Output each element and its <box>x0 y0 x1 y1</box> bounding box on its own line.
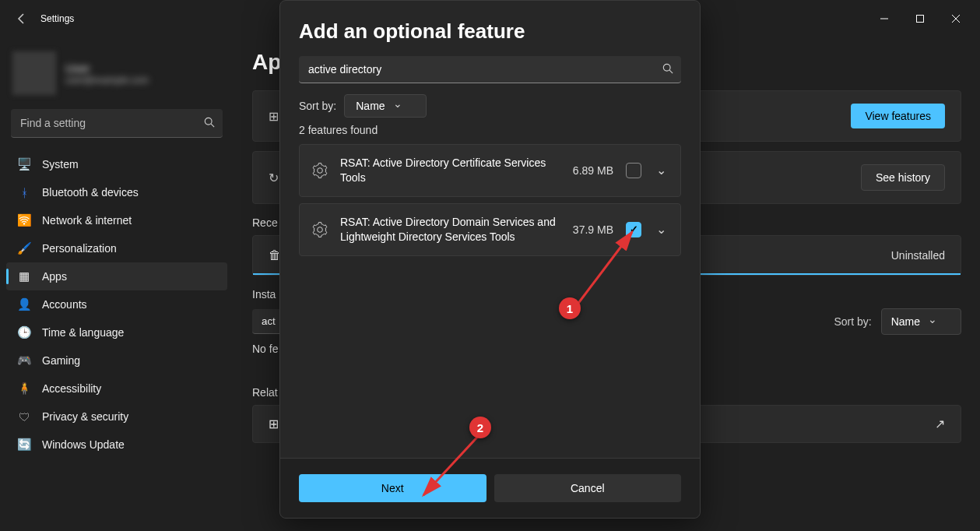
svg-line-7 <box>669 70 673 73</box>
annotation-badge-1: 1 <box>559 297 581 319</box>
feature-search-input[interactable] <box>299 56 681 83</box>
feature-item[interactable]: RSAT: Active Directory Domain Services a… <box>299 203 681 256</box>
chevron-down-icon[interactable]: ⌄ <box>654 222 668 237</box>
modal-overlay: Add an optional feature Sort by: Name 2 … <box>0 0 980 531</box>
feature-item[interactable]: RSAT: Active Directory Certificate Servi… <box>299 144 681 197</box>
gear-icon <box>312 222 328 237</box>
feature-name: RSAT: Active Directory Certificate Servi… <box>340 156 560 185</box>
dialog-title: Add an optional feature <box>299 19 681 44</box>
feature-checkbox[interactable] <box>626 222 641 237</box>
next-button[interactable]: Next <box>299 474 486 502</box>
chevron-down-icon[interactable]: ⌄ <box>654 163 668 178</box>
cancel-button[interactable]: Cancel <box>494 474 682 502</box>
sort-select[interactable]: Name <box>344 94 426 118</box>
feature-checkbox[interactable] <box>626 163 641 178</box>
feature-name: RSAT: Active Directory Domain Services a… <box>340 215 560 244</box>
svg-point-6 <box>663 64 670 71</box>
sort-by-label: Sort by: <box>299 100 336 112</box>
gear-icon <box>312 163 328 178</box>
dialog-footer: Next Cancel <box>280 458 700 518</box>
annotation-badge-2: 2 <box>469 417 491 438</box>
feature-size: 6.89 MB <box>573 164 613 177</box>
add-feature-dialog: Add an optional feature Sort by: Name 2 … <box>279 0 701 519</box>
search-icon <box>662 63 673 77</box>
feature-list: RSAT: Active Directory Certificate Servi… <box>299 144 681 256</box>
features-count: 2 features found <box>299 124 681 136</box>
feature-size: 37.9 MB <box>573 223 613 236</box>
